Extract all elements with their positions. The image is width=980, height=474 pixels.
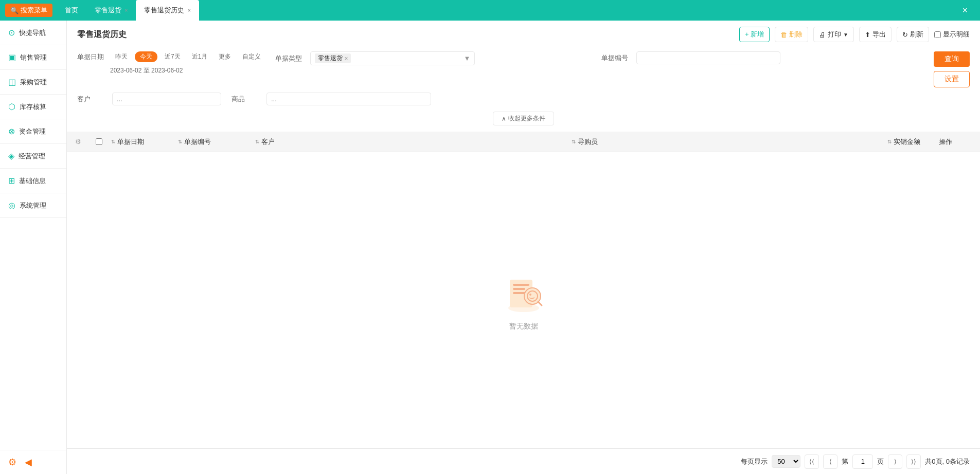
tab-retail-return-close[interactable]: × bbox=[124, 0, 128, 21]
doc-type-select[interactable]: 零售退货 × ▼ bbox=[310, 51, 475, 65]
settings-button[interactable]: 设置 bbox=[934, 71, 970, 87]
th-customer-label: 客户 bbox=[261, 137, 275, 147]
th-doc-number-label: 单据编号 bbox=[184, 137, 211, 147]
show-detail-checkbox[interactable] bbox=[934, 31, 941, 38]
date-today-btn[interactable]: 今天 bbox=[135, 51, 157, 62]
tab-retail-return-history[interactable]: 零售退货历史 × bbox=[136, 0, 199, 21]
sales-mgmt-icon: ▣ bbox=[8, 52, 16, 62]
export-icon: ⬆ bbox=[865, 31, 870, 39]
sidebar-bottom: ⚙ ◀ bbox=[0, 450, 66, 474]
date-1month-btn[interactable]: 近1月 bbox=[188, 51, 212, 62]
date-yesterday-btn[interactable]: 昨天 bbox=[111, 51, 132, 62]
sidebar-item-purchase-mgmt[interactable]: ◫ 采购管理 bbox=[0, 70, 66, 95]
svg-rect-2 bbox=[513, 284, 529, 286]
table-header-row: ⚙ ⇅ 单据日期 ⇅ 单据编号 ⇅ 客户 ⇅ 导购员 bbox=[67, 132, 980, 152]
svg-rect-3 bbox=[513, 288, 525, 290]
content-area: 零售退货历史 + 新增 🗑 删除 🖨 打印 ▼ ⬆ bbox=[67, 21, 980, 474]
th-doc-date-label: 单据日期 bbox=[117, 137, 144, 147]
prev-page-button[interactable]: ⟨ bbox=[823, 454, 838, 469]
filter-section: 零售退货历史 + 新增 🗑 删除 🖨 打印 ▼ ⬆ bbox=[67, 21, 980, 132]
doc-type-arrow-icon: ▼ bbox=[464, 54, 471, 62]
page-size-select[interactable]: 10 20 50 100 bbox=[772, 455, 800, 468]
sidebar-item-operations[interactable]: ◈ 经营管理 bbox=[0, 144, 66, 169]
basic-info-icon: ⊞ bbox=[8, 176, 15, 186]
sidebar-item-finance[interactable]: ⊗ 资金管理 bbox=[0, 119, 66, 144]
th-customer[interactable]: ⇅ 客户 bbox=[251, 137, 567, 147]
sidebar-item-inventory[interactable]: ⬡ 库存核算 bbox=[0, 95, 66, 119]
date-more-btn[interactable]: 更多 bbox=[215, 51, 235, 62]
date-custom-btn[interactable]: 自定义 bbox=[238, 51, 265, 62]
search-menu-label: 搜索菜单 bbox=[21, 6, 47, 15]
print-label: 打印 bbox=[828, 30, 841, 39]
collapse-sidebar-icon[interactable]: ◀ bbox=[25, 457, 32, 468]
first-page-button[interactable]: ⟨⟨ bbox=[805, 454, 819, 469]
tab-retail-return-label: 零售退货 bbox=[95, 0, 121, 21]
empty-illustration bbox=[501, 269, 547, 316]
sort-icon-customer: ⇅ bbox=[255, 139, 259, 144]
th-amount[interactable]: ⇅ 实销金额 bbox=[883, 137, 935, 147]
search-icon: 🔍 bbox=[10, 7, 19, 14]
next-page-button[interactable]: ⟩ bbox=[888, 454, 902, 469]
new-button[interactable]: + 新增 bbox=[739, 27, 770, 42]
sidebar-item-basic-info[interactable]: ⊞ 基础信息 bbox=[0, 169, 66, 193]
top-bar-right: × bbox=[958, 5, 980, 16]
collapse-filters-button[interactable]: ∧ 收起更多条件 bbox=[493, 112, 554, 125]
delete-button[interactable]: 🗑 删除 bbox=[775, 27, 808, 42]
refresh-button[interactable]: ↻ 刷新 bbox=[897, 27, 929, 42]
export-label: 导出 bbox=[872, 30, 886, 39]
show-detail-label: 显示明细 bbox=[934, 30, 970, 39]
delete-icon: 🗑 bbox=[780, 31, 787, 39]
sidebar-item-basic-info-label: 基础信息 bbox=[19, 176, 46, 186]
print-button[interactable]: 🖨 打印 ▼ bbox=[813, 27, 854, 42]
goods-label: 商品 bbox=[231, 95, 262, 104]
main-layout: ⊙ 快捷导航 ▣ 销售管理 ◫ 采购管理 ⬡ 库存核算 ⊗ 资金管理 ◈ 经营管… bbox=[0, 21, 980, 474]
sidebar-item-finance-label: 资金管理 bbox=[19, 127, 46, 136]
refresh-icon: ↻ bbox=[902, 31, 908, 39]
purchase-mgmt-icon: ◫ bbox=[8, 77, 16, 87]
th-settings[interactable]: ⚙ bbox=[71, 138, 92, 145]
th-checkbox[interactable] bbox=[92, 138, 107, 145]
empty-text: 暂无数据 bbox=[509, 322, 538, 331]
settings-bottom-icon[interactable]: ⚙ bbox=[8, 457, 16, 468]
sidebar-item-sys-mgmt[interactable]: ◎ 系统管理 bbox=[0, 193, 66, 218]
doc-type-remove-btn[interactable]: × bbox=[344, 55, 348, 62]
show-detail-text: 显示明细 bbox=[943, 30, 970, 39]
finance-icon: ⊗ bbox=[8, 126, 15, 136]
sidebar-item-sales-mgmt[interactable]: ▣ 销售管理 bbox=[0, 45, 66, 70]
tab-retail-return[interactable]: 零售退货 × bbox=[86, 0, 136, 21]
svg-line-7 bbox=[538, 302, 542, 305]
svg-point-8 bbox=[529, 294, 531, 296]
sidebar-item-quick-nav[interactable]: ⊙ 快捷导航 bbox=[0, 21, 66, 45]
date-7days-btn[interactable]: 近7天 bbox=[161, 51, 185, 62]
sidebar-item-sales-mgmt-label: 销售管理 bbox=[20, 53, 47, 62]
page-title: 零售退货历史 bbox=[77, 29, 127, 40]
th-guide[interactable]: ⇅ 导购员 bbox=[567, 137, 884, 147]
filter-area: 单据日期 昨天 今天 近7天 近1月 更多 自定义 2023-06-02 至 2… bbox=[77, 47, 970, 132]
sort-icon-date: ⇅ bbox=[111, 139, 115, 144]
export-button[interactable]: ⬆ 导出 bbox=[859, 27, 892, 42]
doc-date-label: 单据日期 bbox=[77, 52, 108, 62]
sort-icon-guide: ⇅ bbox=[572, 139, 576, 144]
goods-input[interactable] bbox=[266, 93, 431, 105]
window-close-button[interactable]: × bbox=[958, 5, 972, 16]
tab-home[interactable]: 首页 bbox=[57, 0, 86, 21]
th-doc-number[interactable]: ⇅ 单据编号 bbox=[174, 137, 251, 147]
date-filters: 昨天 今天 近7天 近1月 更多 自定义 bbox=[111, 51, 265, 62]
query-label: 查询 bbox=[945, 54, 959, 63]
doc-type-label: 单据类型 bbox=[275, 54, 306, 63]
search-menu-button[interactable]: 🔍 搜索菜单 bbox=[5, 4, 52, 17]
th-amount-label: 实销金额 bbox=[894, 137, 920, 147]
th-guide-label: 导购员 bbox=[578, 137, 598, 147]
doc-type-tag: 零售退货 × bbox=[315, 53, 351, 63]
page-size-label: 每页显示 bbox=[741, 457, 768, 466]
query-button[interactable]: 查询 bbox=[934, 51, 970, 67]
th-doc-date[interactable]: ⇅ 单据日期 bbox=[107, 137, 174, 147]
delete-label: 删除 bbox=[789, 30, 803, 39]
customer-input[interactable] bbox=[112, 93, 221, 105]
current-page-input[interactable] bbox=[852, 454, 873, 469]
last-page-button[interactable]: ⟩⟩ bbox=[906, 454, 921, 469]
doc-number-input[interactable] bbox=[636, 51, 780, 64]
select-all-checkbox[interactable] bbox=[96, 138, 102, 145]
settings-label: 设置 bbox=[945, 75, 959, 83]
tab-retail-return-history-close[interactable]: × bbox=[187, 0, 190, 21]
